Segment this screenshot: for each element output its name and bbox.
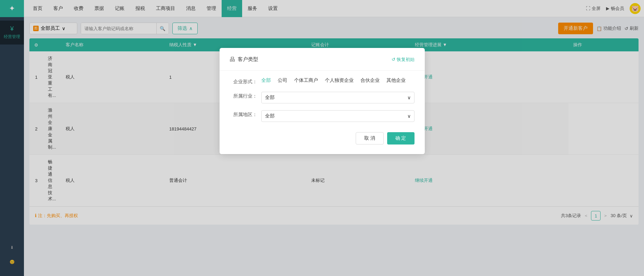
etype-company[interactable]: 公司 (278, 77, 287, 84)
modal-title: 品 客户类型 (230, 56, 258, 63)
modal-overlay: 品 客户类型 ↺ 恢复初始 企业形式： 全部 公司 个体工商户 个人独资企业 合… (0, 0, 644, 276)
industry-select-container: 全部 ∨ (261, 92, 415, 103)
modal-footer: 取 消 确 定 (230, 132, 415, 145)
enterprise-form-row: 企业形式： 全部 公司 个体工商户 个人独资企业 合伙企业 其他企业 (230, 77, 415, 85)
reset-label: 恢复初始 (397, 57, 415, 63)
region-select-container: 全部 ∨ (261, 110, 415, 122)
modal-title-text: 客户类型 (238, 56, 258, 63)
region-row: 所属地区： 全部 ∨ (230, 110, 415, 122)
modal-divider (220, 70, 425, 71)
region-select[interactable]: 全部 ∨ (261, 110, 415, 122)
industry-value: 全部 (265, 95, 275, 101)
industry-row: 所属行业： 全部 ∨ (230, 92, 415, 103)
filter-modal: 品 客户类型 ↺ 恢复初始 企业形式： 全部 公司 个体工商户 个人独资企业 合… (220, 48, 425, 154)
etype-partnership[interactable]: 合伙企业 (360, 77, 380, 84)
industry-select[interactable]: 全部 ∨ (261, 92, 415, 103)
confirm-button[interactable]: 确 定 (387, 132, 415, 145)
etype-individual[interactable]: 个体工商户 (294, 77, 318, 84)
reset-icon: ↺ (392, 57, 395, 62)
enterprise-form-label: 企业形式： (230, 77, 257, 85)
reset-button[interactable]: ↺ 恢复初始 (392, 57, 415, 63)
industry-label: 所属行业： (230, 92, 257, 99)
region-chevron-icon: ∨ (407, 113, 411, 119)
region-value: 全部 (265, 113, 275, 119)
modal-title-icon: 品 (230, 56, 235, 63)
enterprise-types: 全部 公司 个体工商户 个人独资企业 合伙企业 其他企业 (261, 77, 415, 84)
etype-all[interactable]: 全部 (261, 77, 271, 84)
modal-header: 品 客户类型 ↺ 恢复初始 (230, 56, 415, 63)
industry-chevron-icon: ∨ (407, 95, 411, 100)
etype-other[interactable]: 其他企业 (386, 77, 406, 84)
cancel-button[interactable]: 取 消 (356, 132, 384, 145)
enterprise-types-container: 全部 公司 个体工商户 个人独资企业 合伙企业 其他企业 (261, 77, 415, 84)
etype-sole[interactable]: 个人独资企业 (325, 77, 354, 84)
region-label: 所属地区： (230, 110, 257, 118)
